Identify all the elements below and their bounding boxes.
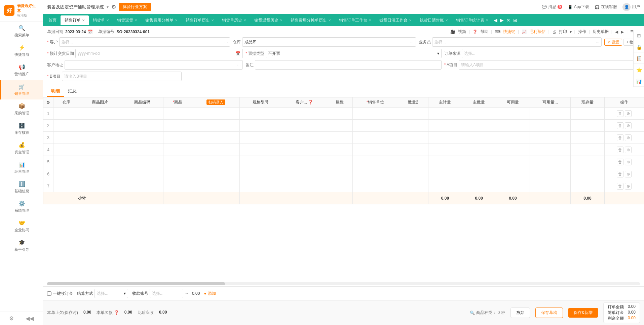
row-unit[interactable]: [352, 168, 398, 180]
sidebar-collapse-icon[interactable]: ◀◀: [26, 315, 34, 322]
row-qty2[interactable]: [398, 132, 428, 144]
row-spec[interactable]: [240, 168, 282, 180]
tab-fee-history[interactable]: 销售费用分摊单历史 ✕: [287, 15, 335, 25]
tab-close-icon[interactable]: ✕: [328, 18, 331, 22]
row-main-qty[interactable]: [462, 144, 496, 156]
row-unit[interactable]: [352, 144, 398, 156]
row-customer-code[interactable]: [282, 132, 327, 144]
row-attribute[interactable]: [327, 120, 352, 132]
row-available2[interactable]: [530, 132, 570, 144]
row-spec[interactable]: [240, 108, 282, 120]
tab-more-btn[interactable]: ✕: [505, 17, 512, 23]
row-qty2[interactable]: [398, 156, 428, 168]
row-main-unit[interactable]: [428, 144, 462, 156]
scroll-thumb[interactable]: [47, 282, 225, 285]
sidebar-item-sales[interactable]: 🛒 销售管理: [0, 80, 43, 99]
right-panel-icon-4[interactable]: ⭐: [634, 65, 644, 75]
row-qty2[interactable]: [398, 144, 428, 156]
account-input[interactable]: 选择...: [150, 289, 183, 298]
row-delete-icon[interactable]: 🗑: [617, 183, 623, 190]
sidebar-settings-icon[interactable]: ⚙: [9, 315, 14, 322]
tab-sales-goods[interactable]: 销货单 ✕: [89, 15, 113, 25]
tab-next-btn[interactable]: ▶: [499, 17, 505, 23]
row-main-unit[interactable]: [428, 132, 462, 144]
tab-detail[interactable]: 明细: [47, 86, 64, 97]
horizontal-scrollbar[interactable]: [43, 281, 644, 286]
row-stock[interactable]: [571, 120, 605, 132]
tab-close-icon[interactable]: ✕: [369, 18, 371, 22]
row-copy-icon[interactable]: ⊕: [625, 134, 632, 141]
agent-input[interactable]: 选择...: [432, 37, 602, 47]
sidebar-item-guide[interactable]: 🎓 新手引导: [0, 236, 43, 255]
row-available2[interactable]: [530, 120, 570, 132]
row-qty2[interactable]: [398, 120, 428, 132]
nav-next-icon[interactable]: ▶: [621, 30, 624, 34]
delivery-input[interactable]: yyyy-mm-dd 📅: [75, 49, 243, 58]
row-available2[interactable]: [530, 108, 570, 120]
row-main-qty[interactable]: [462, 108, 496, 120]
tab-close-icon[interactable]: ✕: [211, 18, 214, 22]
row-customer-code[interactable]: [282, 108, 327, 120]
scan-btn[interactable]: 扫码录入: [206, 99, 225, 105]
row-copy-icon[interactable]: ⊕: [625, 110, 632, 117]
table-wrapper[interactable]: ⚙ 仓库 商品图片 商品编码 *商品 扫码录入 规格型号 客户...: [43, 97, 644, 281]
account-expand-icon[interactable]: ···: [185, 291, 188, 296]
settings-gear-icon[interactable]: ⚙: [111, 4, 116, 10]
row-copy-icon[interactable]: ⊕: [625, 171, 632, 177]
tab-sales-return[interactable]: 销货退货 ✕: [113, 15, 141, 25]
row-available[interactable]: [496, 156, 530, 168]
row-code[interactable]: [121, 144, 163, 156]
history-label[interactable]: 历史单据: [593, 29, 609, 35]
sidebar-item-purchase[interactable]: 📦 采购管理: [0, 99, 43, 119]
row-available[interactable]: [496, 180, 530, 192]
tab-close-icon[interactable]: ✕: [106, 18, 109, 22]
row-attribute[interactable]: [327, 180, 352, 192]
nav-prev-icon[interactable]: ◀: [615, 30, 618, 34]
row-attribute[interactable]: [327, 132, 352, 144]
user-avatar[interactable]: 👤 用户: [622, 3, 640, 11]
row-product[interactable]: [163, 108, 192, 120]
right-panel-icon-5[interactable]: 📊: [634, 76, 644, 87]
row-warehouse[interactable]: [53, 180, 79, 192]
row-main-unit[interactable]: [428, 120, 462, 132]
row-code[interactable]: [121, 180, 163, 192]
row-unit[interactable]: [352, 108, 398, 120]
warehouse-input[interactable]: 成品库: [242, 37, 416, 47]
date-value[interactable]: 2023-03-24: [65, 30, 86, 34]
row-available[interactable]: [496, 108, 530, 120]
tab-return-history[interactable]: 销货退货历史 ✕: [250, 15, 287, 25]
row-customer-code[interactable]: [282, 156, 327, 168]
order-source-select[interactable]: 选择... ▾: [462, 49, 640, 58]
row-spec[interactable]: [240, 156, 282, 168]
one-click-checkbox[interactable]: [47, 291, 51, 296]
row-delete-icon[interactable]: 🗑: [617, 159, 623, 165]
row-product[interactable]: [163, 120, 192, 132]
tab-daily-reconcile[interactable]: 钱货日清对账 ✕: [416, 15, 452, 25]
row-code[interactable]: [121, 168, 163, 180]
row-customer-code[interactable]: [282, 144, 327, 156]
row-attribute[interactable]: [327, 108, 352, 120]
row-copy-icon[interactable]: ⊕: [625, 147, 632, 153]
row-product[interactable]: [163, 132, 192, 144]
row-warehouse[interactable]: [53, 156, 79, 168]
profit-label[interactable]: 毛利预估: [529, 29, 545, 35]
tab-order-workbench[interactable]: 销售订单工作台 ✕: [335, 15, 375, 25]
sidebar-item-finance[interactable]: 💰 资金管理: [0, 138, 43, 158]
system-name-dropdown-icon[interactable]: ▾: [107, 5, 109, 9]
row-available2[interactable]: [530, 168, 570, 180]
row-unit[interactable]: [352, 120, 398, 132]
sidebar-item-enterprise[interactable]: 🤝 企业协同: [0, 216, 43, 236]
row-main-qty[interactable]: [462, 120, 496, 132]
row-stock[interactable]: [571, 132, 605, 144]
tab-home[interactable]: 首页: [44, 15, 61, 25]
row-available2[interactable]: [530, 180, 570, 192]
row-available[interactable]: [496, 120, 530, 132]
right-panel-icon-1[interactable]: ⊞: [634, 30, 644, 41]
row-product[interactable]: [163, 144, 192, 156]
row-code[interactable]: [121, 156, 163, 168]
settings-button[interactable]: ⊙ 设置: [604, 39, 622, 46]
row-stock[interactable]: [571, 144, 605, 156]
tab-close-icon[interactable]: ✕: [486, 18, 488, 22]
row-attribute[interactable]: [327, 156, 352, 168]
row-stock[interactable]: [571, 108, 605, 120]
